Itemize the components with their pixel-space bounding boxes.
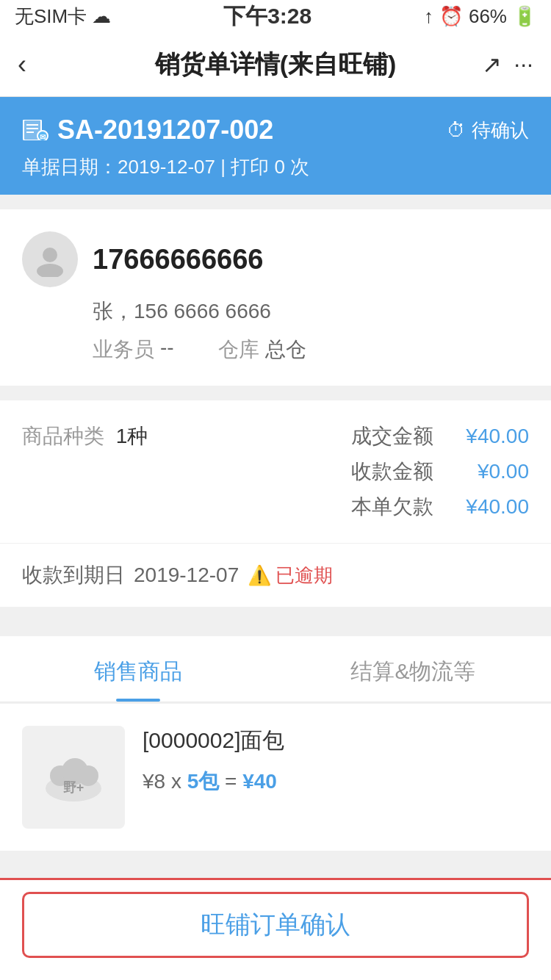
customer-section: 17666666666 张，156 6666 6666 业务员 -- 仓库 总仓 [0,209,551,386]
overdue-badge: ⚠️ 已逾期 [248,563,333,588]
confirm-btn-area: 旺铺订单确认 [0,878,551,980]
order-doc-icon: ✉ [22,120,48,140]
warehouse-value: 总仓 [265,336,306,364]
no-sim-text: 无SIM卡 ☁ [15,4,111,29]
owed-label: 本单欠款 [351,493,433,521]
wangpu-confirm-button[interactable]: 旺铺订单确认 [22,892,529,958]
deal-amount-value: ¥40.00 [448,425,529,448]
share-icon[interactable]: ↗ [482,51,502,79]
divider-2 [0,607,551,621]
svg-rect-2 [26,128,38,129]
warehouse-label: 仓库 [218,336,259,364]
product-thumbnail: 野+ [22,726,125,829]
svg-point-7 [37,264,63,277]
equals-text: = [219,770,242,793]
order-id: ✉ SA-20191207-002 [22,115,273,145]
status-left: 无SIM卡 ☁ [15,4,111,29]
back-button[interactable]: ‹ [18,49,26,80]
svg-text:野+: 野+ [63,780,84,795]
summary-left: 商品种类 1种 [22,422,148,450]
category-value: 1种 [116,425,148,447]
svg-rect-1 [26,124,38,126]
category-label: 商品种类 [22,425,104,447]
nav-right-icons: ↗ ··· [475,51,533,79]
product-price: ¥8 x 5包 = ¥40 [143,768,529,796]
summary-right: 成交金额 ¥40.00 收款金额 ¥0.00 本单欠款 ¥40.00 [351,422,529,521]
order-id-text: SA-20191207-002 [57,115,273,145]
owed-row: 本单欠款 ¥40.00 [351,493,529,521]
order-status-badge: ⏱ 待确认 [447,118,529,143]
more-icon[interactable]: ··· [514,51,533,78]
svg-text:✉: ✉ [40,133,46,140]
product-name: [0000002]面包 [143,726,529,756]
overdue-text: 已逾期 [276,563,333,588]
product-item: 野+ [0000002]面包 ¥8 x 5包 = ¥40 [0,704,551,851]
tabs-section: 销售商品 结算&物流等 [0,636,551,702]
salesperson-item: 业务员 -- [93,336,174,364]
salesperson-value: -- [160,336,174,364]
status-bar: 无SIM卡 ☁ 下午3:28 ↑ ⏰ 66% 🔋 [0,0,551,32]
tab-sales-products[interactable]: 销售商品 [0,636,276,702]
due-date-value: 2019-12-07 [134,563,239,587]
status-time: 下午3:28 [223,1,311,32]
battery-icon: 🔋 [513,5,536,28]
svg-rect-3 [26,131,34,133]
owed-value: ¥40.00 [448,495,529,519]
warehouse-item: 仓库 总仓 [218,336,306,364]
nav-bar: ‹ 销货单详情(来自旺铺) ↗ ··· [0,32,551,97]
total-highlight: ¥40 [242,770,277,793]
nav-back-area[interactable]: ‹ [18,49,76,80]
product-info: [0000002]面包 ¥8 x 5包 = ¥40 [143,726,529,829]
price-base: ¥8 x [143,770,187,793]
due-date-label: 收款到期日 [22,561,125,589]
location-icon: ↑ [424,5,433,28]
status-right: ↑ ⏰ 66% 🔋 [424,5,536,28]
tab-sales-label: 销售商品 [94,659,182,683]
customer-meta: 业务员 -- 仓库 总仓 [93,336,529,364]
clock-icon: ⏱ [447,119,466,142]
battery-text: 66% [469,5,507,28]
order-date: 单据日期：2019-12-07 | 打印 0 次 [22,154,529,180]
deal-amount-row: 成交金额 ¥40.00 [351,422,529,450]
summary-section: 商品种类 1种 成交金额 ¥40.00 收款金额 ¥0.00 本单欠款 ¥40.… [0,400,551,543]
tab-settlement[interactable]: 结算&物流等 [276,636,551,702]
deal-amount-label: 成交金额 [351,422,433,450]
alarm-icon: ⏰ [439,5,463,28]
collected-value: ¥0.00 [448,460,529,483]
customer-contact: 张，156 6666 6666 [93,298,529,325]
divider-1 [0,386,551,400]
warning-icon: ⚠️ [248,564,271,587]
confirm-btn-label: 旺铺订单确认 [201,908,350,942]
order-status-text: 待确认 [472,118,529,143]
order-banner: ✉ SA-20191207-002 ⏱ 待确认 单据日期：2019-12-07 … [0,97,551,195]
tab-settlement-label: 结算&物流等 [350,659,475,683]
collected-row: 收款金额 ¥0.00 [351,458,529,486]
quantity-highlight: 5包 [187,770,220,793]
svg-point-6 [43,248,57,262]
customer-phone: 17666666666 [93,244,263,275]
salesperson-label: 业务员 [93,336,154,364]
customer-avatar [22,231,78,287]
due-date-section: 收款到期日 2019-12-07 ⚠️ 已逾期 [0,544,551,607]
collected-label: 收款金额 [351,458,433,486]
page-title: 销货单详情(来自旺铺) [76,48,475,82]
